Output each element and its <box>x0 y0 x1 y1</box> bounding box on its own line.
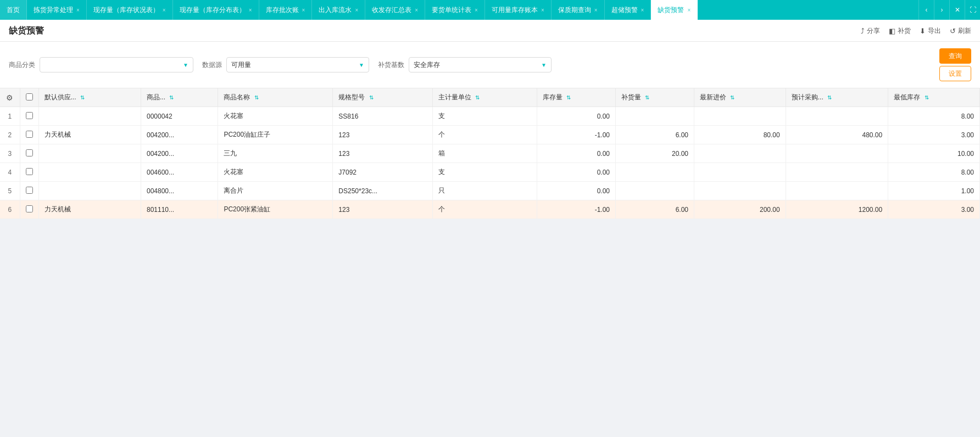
tab-close-all-button[interactable]: ✕ <box>949 0 965 20</box>
tab-bar: 首页 拣货异常处理 × 现存量（库存状况表） × 现存量（库存分布表） × 库存… <box>0 0 980 20</box>
tab-navigation: ‹ › ✕ ⛶ <box>918 0 980 20</box>
row-checkbox[interactable] <box>26 131 33 138</box>
col-gear: ⚙ <box>0 88 20 107</box>
cell-min-stock: 1.00 <box>888 182 980 200</box>
close-icon[interactable]: × <box>163 7 166 13</box>
table-row: 1 0000042 火花塞 SS816 支 0.00 8.00 <box>0 107 980 126</box>
cell-stock: 0.00 <box>537 163 616 182</box>
sort-icon[interactable]: ⇅ <box>369 94 374 100</box>
close-icon[interactable]: × <box>415 7 418 13</box>
sort-icon[interactable]: ⇅ <box>566 94 571 100</box>
row-checkbox-cell <box>20 126 38 144</box>
tab-shortage-warning[interactable]: 缺货预警 × <box>651 0 698 20</box>
select-all-checkbox[interactable] <box>26 93 33 100</box>
row-checkbox-cell <box>20 200 38 219</box>
setting-button[interactable]: 设置 <box>939 66 971 81</box>
refresh-icon: ↺ <box>950 27 956 35</box>
cell-stock: 0.00 <box>537 107 616 126</box>
cell-product-name: 火花塞 <box>218 107 333 126</box>
cell-min-stock: 10.00 <box>888 144 980 163</box>
row-checkbox[interactable] <box>26 205 33 212</box>
data-source-select[interactable]: 可用量 ▼ <box>226 57 369 72</box>
cell-product-code: 004200... <box>141 126 218 144</box>
close-icon[interactable]: × <box>302 7 305 13</box>
export-button[interactable]: ⬇ 导出 <box>920 26 941 36</box>
data-table: ⚙ 默认供应... ⇅ 商品... ⇅ 商品名称 ⇅ <box>0 88 980 219</box>
col-product-name: 商品名称 ⇅ <box>218 88 333 107</box>
tab-next-button[interactable]: › <box>934 0 949 20</box>
close-icon[interactable]: × <box>541 7 544 13</box>
cell-stock: 0.00 <box>537 182 616 200</box>
tab-expiry-query[interactable]: 保质期查询 × <box>552 0 605 20</box>
supplement-button[interactable]: ◧ 补货 <box>889 26 911 36</box>
row-checkbox[interactable] <box>26 168 33 175</box>
sort-icon[interactable]: ⇅ <box>645 94 649 100</box>
row-number: 2 <box>0 126 20 144</box>
dropdown-arrow-icon: ▼ <box>541 62 547 68</box>
sort-icon[interactable]: ⇅ <box>169 94 174 100</box>
cell-latest-price: 200.00 <box>694 200 786 219</box>
tab-inout-flow[interactable]: 出入库流水 × <box>312 0 365 20</box>
gear-icon[interactable]: ⚙ <box>6 93 13 102</box>
cell-supplement-qty <box>616 182 694 200</box>
sort-icon[interactable]: ⇅ <box>80 94 85 100</box>
close-icon[interactable]: × <box>76 7 80 13</box>
close-icon[interactable]: × <box>594 7 598 13</box>
cell-default-supplier: 力天机械 <box>38 200 141 219</box>
dropdown-arrow-icon: ▼ <box>359 62 364 68</box>
tab-overstock-warning[interactable]: 超储预警 × <box>605 0 652 20</box>
page-header: 缺货预警 ⤴ 分享 ◧ 补货 ⬇ 导出 ↺ 刷新 <box>0 20 980 42</box>
cell-default-supplier: 力天机械 <box>38 126 141 144</box>
row-checkbox[interactable] <box>26 187 33 194</box>
close-icon[interactable]: × <box>355 7 358 13</box>
query-button[interactable]: 查询 <box>939 48 971 64</box>
share-icon: ⤴ <box>861 27 865 35</box>
close-icon[interactable]: × <box>641 7 644 13</box>
tab-picking-exception[interactable]: 拣货异常处理 × <box>27 0 87 20</box>
supplement-base-select[interactable]: 安全库存 ▼ <box>409 57 552 72</box>
filter-bar: 商品分类 ▼ 数据源 可用量 ▼ 补货基数 安全库存 ▼ 查询 设置 <box>0 42 980 88</box>
tab-available-ledger[interactable]: 可用量库存账本 × <box>485 0 552 20</box>
tab-batch-account[interactable]: 库存批次账 × <box>259 0 313 20</box>
table-row: 5 004800... 离合片 DS250*23c... 只 0.00 1.00 <box>0 182 980 200</box>
cell-min-stock: 3.00 <box>888 200 980 219</box>
col-min-stock: 最低库存 ⇅ <box>888 88 980 107</box>
tab-requisition-stats[interactable]: 要货单统计表 × <box>425 0 485 20</box>
cell-estimated-purchase: 1200.00 <box>786 200 888 219</box>
sort-icon[interactable]: ⇅ <box>730 94 734 100</box>
close-icon[interactable]: × <box>249 7 252 13</box>
row-checkbox[interactable] <box>26 112 33 119</box>
refresh-button[interactable]: ↺ 刷新 <box>950 26 971 36</box>
col-latest-price: 最新进价 ⇅ <box>694 88 786 107</box>
cell-estimated-purchase <box>786 182 888 200</box>
sort-icon[interactable]: ⇅ <box>254 94 259 100</box>
product-category-select[interactable]: ▼ <box>40 57 193 72</box>
tab-current-stock-status[interactable]: 现存量（库存状况表） × <box>87 0 173 20</box>
close-icon[interactable]: × <box>687 7 691 13</box>
tab-expand-button[interactable]: ⛶ <box>965 0 980 20</box>
col-unit: 主计量单位 ⇅ <box>432 88 537 107</box>
page-title: 缺货预警 <box>9 25 44 37</box>
cell-supplement-qty: 20.00 <box>616 144 694 163</box>
supplement-base-filter: 补货基数 安全库存 ▼ <box>378 57 552 72</box>
cell-min-stock: 3.00 <box>888 126 980 144</box>
sort-icon[interactable]: ⇅ <box>925 94 929 100</box>
cell-spec: J7092 <box>333 163 432 182</box>
tab-receive-send-summary[interactable]: 收发存汇总表 × <box>365 0 425 20</box>
close-icon[interactable]: × <box>475 7 478 13</box>
product-category-filter: 商品分类 ▼ <box>9 57 193 72</box>
row-checkbox[interactable] <box>26 149 33 156</box>
table-container: ⚙ 默认供应... ⇅ 商品... ⇅ 商品名称 ⇅ <box>0 88 980 219</box>
sort-icon[interactable]: ⇅ <box>827 94 832 100</box>
tab-prev-button[interactable]: ‹ <box>918 0 934 20</box>
tab-home[interactable]: 首页 <box>0 0 27 20</box>
cell-product-code: 801110... <box>141 200 218 219</box>
cell-unit: 箱 <box>432 144 537 163</box>
cell-supplement-qty <box>616 163 694 182</box>
row-checkbox-cell <box>20 107 38 126</box>
dropdown-arrow-icon: ▼ <box>183 62 188 68</box>
share-button[interactable]: ⤴ 分享 <box>861 26 880 36</box>
col-default-supplier: 默认供应... ⇅ <box>38 88 141 107</box>
tab-current-stock-dist[interactable]: 现存量（库存分布表） × <box>173 0 259 20</box>
sort-icon[interactable]: ⇅ <box>475 94 480 100</box>
